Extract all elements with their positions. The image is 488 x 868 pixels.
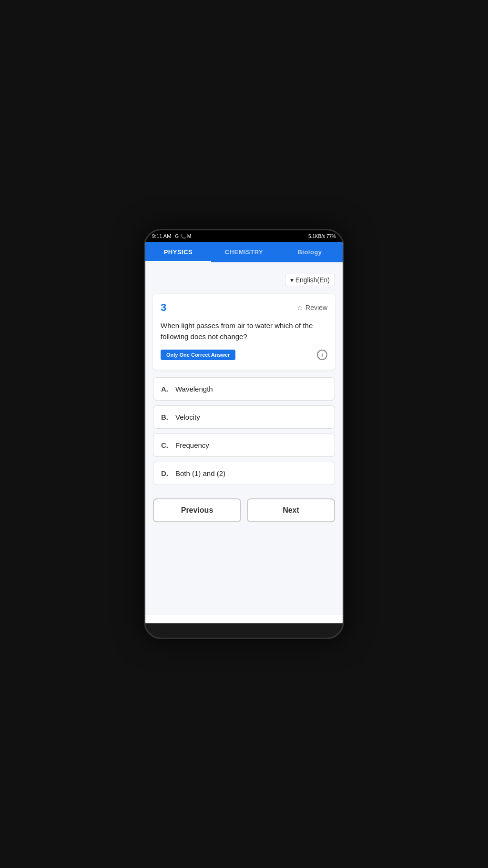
option-a-text: Wavelength (175, 385, 213, 393)
status-bar: 9:11 AM G 📞 M 5.1KB/s 77% (145, 230, 343, 242)
tab-biology[interactable]: Biology (277, 242, 343, 262)
option-c-text: Frequency (175, 441, 209, 449)
tab-bar: PHYSICS CHEMISTRY Biology (145, 242, 343, 262)
option-b-letter: B. (161, 413, 170, 421)
option-d-letter: D. (161, 469, 170, 477)
app-content: PHYSICS CHEMISTRY Biology ▾ English(En) (145, 242, 343, 623)
status-icons: G 📞 M (175, 234, 191, 239)
nav-buttons: Previous Next (153, 495, 335, 530)
option-b[interactable]: B. Velocity (153, 405, 335, 429)
status-right: 5.1KB/s 77% (308, 234, 336, 239)
option-d[interactable]: D. Both (1) and (2) (153, 462, 335, 485)
previous-button[interactable]: Previous (153, 498, 241, 522)
star-icon: ☆ (297, 304, 303, 311)
question-text: When light passes from air to water whic… (161, 320, 327, 342)
option-c[interactable]: C. Frequency (153, 434, 335, 457)
answer-type-badge: Only One Correct Answer (161, 350, 235, 360)
language-selector: ▾ English(En) (153, 270, 335, 294)
question-header: 3 ☆ Review (161, 301, 327, 314)
option-a[interactable]: A. Wavelength (153, 377, 335, 401)
option-a-letter: A. (161, 385, 170, 393)
next-button[interactable]: Next (247, 498, 335, 522)
question-number: 3 (161, 301, 166, 314)
chevron-down-icon: ▾ (290, 276, 294, 284)
status-left: 9:11 AM G 📞 M (152, 233, 191, 239)
language-label: English(En) (295, 276, 330, 284)
options-container: A. Wavelength B. Velocity C. Frequency D… (153, 377, 335, 485)
network-speed: 5.1KB/s (308, 234, 325, 239)
review-label: Review (305, 304, 327, 311)
review-button[interactable]: ☆ Review (297, 304, 327, 311)
language-dropdown[interactable]: ▾ English(En) (285, 274, 335, 286)
option-d-text: Both (1) and (2) (175, 469, 225, 477)
time: 9:11 AM (152, 233, 171, 239)
info-icon[interactable]: i (317, 350, 327, 360)
tab-physics[interactable]: PHYSICS (145, 242, 211, 262)
question-body: ▾ English(En) 3 ☆ Review When light pass… (145, 262, 343, 615)
battery: 77% (326, 234, 336, 239)
option-b-text: Velocity (175, 413, 200, 421)
phone-frame: 9:11 AM G 📞 M 5.1KB/s 77% PHYSICS CHEMIS… (144, 229, 344, 639)
tab-chemistry[interactable]: CHEMISTRY (211, 242, 277, 262)
answer-type-row: Only One Correct Answer i (161, 350, 327, 360)
question-card: 3 ☆ Review When light passes from air to… (153, 294, 335, 370)
option-c-letter: C. (161, 441, 170, 449)
